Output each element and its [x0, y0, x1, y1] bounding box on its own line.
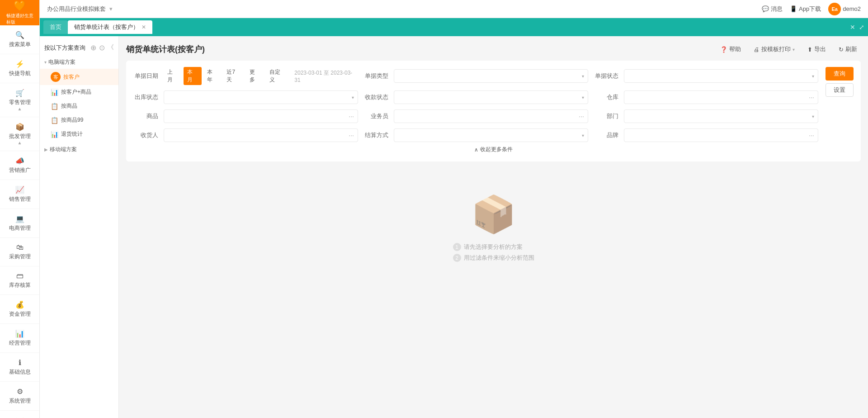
- tabbar: 首页 销货单统计表（按客户） ✕ ✕ ⤢: [40, 18, 868, 36]
- date-tab-last-month[interactable]: 上月: [164, 67, 182, 85]
- scheme-item-goods[interactable]: 📋 按商品: [40, 99, 118, 113]
- brand-control: ···: [624, 128, 818, 142]
- scheme-item-customer[interactable]: 客 按客户: [40, 69, 118, 85]
- sidebar-item-10[interactable]: 📊 经营管理: [0, 324, 39, 353]
- staff-control: ···: [394, 109, 588, 123]
- settings-button[interactable]: 设置: [826, 83, 854, 97]
- goods-label: 商品: [133, 112, 158, 120]
- status-label: 单据状态: [594, 72, 618, 80]
- sidebar-item-4[interactable]: 📣 营销推广: [0, 151, 39, 180]
- sidebar-item-2[interactable]: 🛒 零售管理 ▲: [0, 83, 39, 117]
- scheme-item-returns[interactable]: 📊 退货统计: [40, 127, 118, 141]
- minimize-icon[interactable]: ✕: [850, 24, 855, 31]
- query-filters: 单据日期 上月 本月 本年 近7天 更多 自定义 20: [133, 67, 818, 142]
- sidebar-item-7[interactable]: 🛍 采购管理: [0, 238, 39, 266]
- mobile-section-title[interactable]: ▶ 移动端方案: [40, 143, 118, 156]
- receive-status-control: ▾: [394, 90, 588, 104]
- collapse-button[interactable]: ∧ 收起更多条件: [469, 144, 518, 155]
- sidebar-item-3[interactable]: 📦 批发管理 ▲: [0, 117, 39, 151]
- date-filter-control: 上月 本月 本年 近7天 更多 自定义 2023-03-01 至 2023-03…: [164, 67, 358, 85]
- export-icon: ⬆: [807, 46, 812, 53]
- nav-icon-1: ⚡: [15, 60, 24, 68]
- collapse-panel-icon[interactable]: 《: [108, 43, 114, 52]
- tab-close-icon[interactable]: ✕: [142, 24, 146, 30]
- goods-dots[interactable]: ···: [349, 113, 354, 120]
- receiver-label: 收货人: [133, 131, 158, 139]
- print-icon: 🖨: [754, 46, 760, 53]
- out-status-select[interactable]: ▾: [164, 90, 358, 104]
- sidebar-item-12[interactable]: ⚙ 系统管理: [0, 382, 39, 411]
- nav-icon-6: 💻: [15, 214, 24, 223]
- sidebar-item-9[interactable]: 💰 资金管理: [0, 295, 39, 324]
- date-tab-custom[interactable]: 自定义: [266, 67, 289, 85]
- desktop-section-title[interactable]: ▾ 电脑端方案: [40, 56, 118, 69]
- date-tab-7days[interactable]: 近7天: [223, 67, 244, 85]
- help-button[interactable]: ❓ 帮助: [717, 43, 745, 55]
- template-print-button[interactable]: 🖨 按模板打印 ▾: [750, 43, 798, 55]
- page-title: 销货单统计表(按客户): [126, 44, 205, 55]
- add-scheme-icon[interactable]: ⊕: [90, 43, 96, 52]
- date-tab-this-month[interactable]: 本月: [184, 67, 202, 85]
- nav-label-1: 快捷导航: [9, 70, 31, 77]
- dept-select[interactable]: ▾: [624, 109, 818, 123]
- goods-select[interactable]: ···: [164, 109, 358, 123]
- goods-icon: 📋: [51, 103, 58, 110]
- payment-arrow: ▾: [582, 133, 584, 138]
- export-button[interactable]: ⬆ 导出: [804, 43, 830, 55]
- warehouse-select[interactable]: ···: [624, 90, 818, 104]
- receiver-select[interactable]: ···: [164, 128, 358, 142]
- message-button[interactable]: 💬 消息: [762, 5, 783, 13]
- refresh-icon: ↻: [839, 46, 844, 53]
- sidebar-item-5[interactable]: 📈 销售管理: [0, 180, 39, 209]
- brand-select[interactable]: ···: [624, 128, 818, 142]
- sidebar-item-8[interactable]: 🗃 库存核算: [0, 266, 39, 295]
- maximize-icon[interactable]: ⤢: [859, 24, 864, 31]
- date-label: 单据日期: [133, 72, 158, 80]
- section-expand-arrow: ▾: [44, 60, 47, 65]
- sidebar-item-1[interactable]: ⚡ 快捷导航: [0, 54, 39, 83]
- warehouse-dots[interactable]: ···: [809, 94, 814, 101]
- sidebar-item-11[interactable]: ℹ 基础信息: [0, 353, 39, 382]
- settings-scheme-icon[interactable]: ⊙: [99, 43, 105, 52]
- refresh-button[interactable]: ↻ 刷新: [835, 43, 861, 55]
- scheme-item-goods99[interactable]: 📋 按商品99: [40, 113, 118, 127]
- dropdown-arrow[interactable]: ▾: [109, 5, 113, 12]
- scheme-returns-label: 退货统计: [61, 130, 83, 138]
- home-label: 首页: [50, 23, 61, 31]
- content-area: 按以下方案查询 ⊕ ⊙ 《 ▾ 电脑端方案 客 按客户: [40, 36, 868, 418]
- status-select[interactable]: ▾: [624, 69, 818, 83]
- mobile-section-arrow: ▶: [44, 147, 48, 152]
- nav-label-12: 系统管理: [9, 397, 31, 405]
- panel-actions: ⊕ ⊙ 《: [90, 43, 114, 52]
- topbar-right: 💬 消息 📱 App下载 Ea demo2: [762, 3, 861, 15]
- tab-home[interactable]: 首页: [43, 20, 68, 34]
- staff-select[interactable]: ···: [394, 109, 588, 123]
- query-button[interactable]: 查询: [826, 67, 854, 81]
- scheme-customer-goods-label: 按客户+商品: [61, 88, 91, 96]
- date-tab-more[interactable]: 更多: [246, 67, 264, 85]
- brand-dots[interactable]: ···: [809, 132, 814, 139]
- warehouse-control: ···: [624, 90, 818, 104]
- nav-label-10: 经营管理: [9, 339, 31, 347]
- sidebar-item-0[interactable]: 🔍 搜索菜单: [0, 25, 39, 54]
- receiver-dots[interactable]: ···: [349, 132, 354, 139]
- sidebar-item-6[interactable]: 💻 电商管理: [0, 209, 39, 238]
- logo[interactable]: 🧡 畅捷通好生意 标版: [0, 0, 39, 25]
- status-arrow: ▾: [812, 74, 814, 79]
- nav-icon-10: 📊: [15, 329, 24, 338]
- scheme-customer-label: 按客户: [63, 73, 80, 81]
- type-select[interactable]: ▾: [394, 69, 588, 83]
- tab-sales-stats[interactable]: 销货单统计表（按客户） ✕: [68, 20, 152, 34]
- nav-arrow-3: ▲: [18, 140, 22, 145]
- nav-label-3: 批发管理: [9, 133, 31, 140]
- sidebar-item-13[interactable]: 🤝 企业协同: [0, 411, 39, 418]
- scheme-goods-label: 按商品: [61, 102, 77, 110]
- user-menu[interactable]: Ea demo2: [828, 3, 861, 15]
- payment-select[interactable]: ▾: [394, 128, 588, 142]
- app-download-button[interactable]: 📱 App下载: [790, 5, 821, 13]
- scheme-item-customer-goods[interactable]: 📊 按客户+商品: [40, 85, 118, 99]
- customer-goods-icon: 📊: [51, 89, 58, 96]
- receive-status-select[interactable]: ▾: [394, 90, 588, 104]
- staff-dots[interactable]: ···: [579, 113, 584, 120]
- date-tab-this-year[interactable]: 本年: [203, 67, 222, 85]
